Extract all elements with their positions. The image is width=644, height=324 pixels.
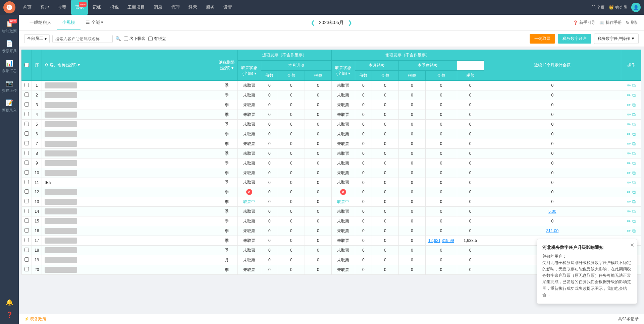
edit-icon[interactable]: ✏: [627, 209, 631, 214]
checkbox-has-tax-disk-input[interactable]: [148, 37, 153, 41]
digital-account-button[interactable]: 税务数字账户: [558, 34, 591, 44]
notification-close-button[interactable]: ✕: [630, 242, 634, 248]
copy-icon[interactable]: ⧉: [632, 151, 636, 156]
select-all-checkbox[interactable]: [24, 63, 29, 67]
sidebar-item-invoice-summary[interactable]: 📊 票据汇总: [1, 57, 18, 76]
nav-service[interactable]: 服务: [202, 0, 219, 15]
nav-manage[interactable]: 管理: [167, 0, 184, 15]
checkbox-has-tax-disk[interactable]: 有税盘: [148, 36, 166, 42]
nav-fee[interactable]: 收费: [54, 0, 70, 15]
search-input[interactable]: [52, 35, 113, 43]
edit-icon[interactable]: ✏: [627, 199, 631, 204]
edit-icon[interactable]: ✏: [627, 228, 631, 234]
prev-month-arrow[interactable]: ❮: [311, 19, 315, 26]
copy-icon[interactable]: ⧉: [632, 199, 636, 205]
sidebar-item-invoice-entry[interactable]: 📝 票据录入: [1, 96, 18, 116]
row-checkbox[interactable]: [24, 151, 29, 155]
client-name-cell[interactable]: ██████████: [42, 216, 216, 226]
manual-link[interactable]: 📖 操作手册: [599, 20, 622, 25]
avatar[interactable]: 👤: [631, 3, 641, 12]
copy-icon[interactable]: ⧉: [632, 92, 636, 98]
client-name-cell[interactable]: tEa: [42, 178, 216, 187]
row-checkbox[interactable]: [24, 218, 29, 223]
sidebar-help-icon[interactable]: ❓: [6, 311, 13, 319]
row-checkbox[interactable]: [24, 180, 29, 184]
copy-icon[interactable]: ⧉: [632, 218, 636, 224]
tax-policy-link[interactable]: ⚡ 税务政策: [24, 316, 46, 322]
copy-icon[interactable]: ⧉: [632, 180, 636, 185]
row-checkbox[interactable]: [24, 170, 29, 175]
copy-icon[interactable]: ⧉: [632, 170, 636, 176]
row-checkbox[interactable]: [24, 209, 29, 213]
client-name-cell[interactable]: ██████████: [42, 129, 216, 139]
next-month-arrow[interactable]: ❯: [348, 19, 352, 26]
client-name-cell[interactable]: ██████████: [42, 110, 216, 120]
tab-general-taxpayer[interactable]: 一般纳税人: [24, 15, 57, 30]
last12-amount[interactable]: 5.00: [548, 209, 556, 214]
nav-bookkeeping[interactable]: 记账: [89, 0, 105, 15]
quarter-amount[interactable]: 12,621,319.99: [428, 238, 454, 243]
client-name-cell[interactable]: ██████████: [42, 226, 216, 236]
copy-icon[interactable]: ⧉: [632, 141, 636, 147]
row-checkbox[interactable]: [24, 267, 29, 271]
client-name-cell[interactable]: ██████████: [42, 236, 216, 246]
row-checkbox[interactable]: [24, 131, 29, 136]
th-in-status[interactable]: 取票状态(全部) ▾: [237, 61, 261, 81]
edit-icon[interactable]: ✏: [627, 160, 631, 166]
client-name-cell[interactable]: ██████████: [42, 158, 216, 168]
nav-message[interactable]: 消息: [150, 0, 166, 15]
edit-icon[interactable]: ✏: [627, 122, 631, 127]
copy-icon[interactable]: ⧉: [632, 228, 636, 234]
copy-icon[interactable]: ⧉: [632, 122, 636, 127]
fullscreen-button[interactable]: ⛶ 全屏: [591, 5, 605, 10]
row-checkbox[interactable]: [24, 112, 29, 116]
client-name-cell[interactable]: ██████████: [42, 100, 216, 110]
row-checkbox[interactable]: [24, 160, 29, 165]
row-checkbox[interactable]: [24, 141, 29, 145]
copy-icon[interactable]: ⧉: [632, 112, 636, 118]
row-checkbox[interactable]: [24, 102, 29, 107]
logo[interactable]: [3, 1, 15, 13]
nav-home[interactable]: 首页: [19, 0, 36, 15]
edit-icon[interactable]: ✏: [627, 218, 631, 224]
client-name-cell[interactable]: ██████████: [42, 139, 216, 149]
copy-icon[interactable]: ⧉: [632, 160, 636, 166]
client-name-cell[interactable]: ██████████: [42, 265, 216, 275]
nav-client[interactable]: 客户: [36, 0, 53, 15]
edit-icon[interactable]: ✏: [627, 92, 631, 98]
client-name-cell[interactable]: ██████████: [42, 255, 216, 265]
member-button[interactable]: 👑 购会员: [609, 5, 627, 10]
client-name-cell[interactable]: ██████████: [42, 246, 216, 255]
edit-icon[interactable]: ✏: [627, 170, 631, 176]
client-name-cell[interactable]: ██████████: [42, 207, 216, 216]
sidebar-item-invoice-open[interactable]: 📄 发票开具: [1, 37, 18, 56]
refresh-button[interactable]: ↻ 刷新: [626, 20, 639, 25]
edit-icon[interactable]: ✏: [627, 83, 631, 88]
client-name-cell[interactable]: ██████████: [42, 120, 216, 129]
row-checkbox[interactable]: [24, 83, 29, 87]
nav-settings[interactable]: 设置: [219, 0, 236, 15]
edit-icon[interactable]: ✏: [627, 102, 631, 108]
client-name-cell[interactable]: ██████████: [42, 187, 216, 197]
row-checkbox[interactable]: [24, 122, 29, 126]
row-checkbox[interactable]: [24, 199, 29, 203]
sidebar-bell-icon[interactable]: 🔔: [6, 299, 13, 306]
edit-icon[interactable]: ✏: [627, 131, 631, 137]
copy-icon[interactable]: ⧉: [632, 83, 636, 88]
row-checkbox[interactable]: [24, 248, 29, 252]
edit-icon[interactable]: ✏: [627, 189, 631, 195]
last12-amount[interactable]: 311.00: [546, 229, 558, 233]
nav-business[interactable]: 工商项目: [123, 0, 149, 15]
row-checkbox[interactable]: [24, 238, 29, 242]
checkbox-my-accounts-input[interactable]: [124, 37, 128, 41]
search-button[interactable]: 🔍: [115, 36, 121, 41]
copy-icon[interactable]: ⧉: [632, 209, 636, 214]
new-guide-link[interactable]: ❓ 新手引导: [573, 20, 595, 25]
edit-icon[interactable]: ✏: [627, 180, 631, 185]
client-name-cell[interactable]: ██████████: [42, 197, 216, 207]
sidebar-item-smart-invoice[interactable]: 📋 智能取票 new: [1, 17, 18, 37]
copy-icon[interactable]: ⧉: [632, 102, 636, 108]
tab-all[interactable]: ☰ 全能 ▾: [80, 15, 109, 30]
client-name-cell[interactable]: ██████████: [42, 90, 216, 100]
edit-icon[interactable]: ✏: [627, 112, 631, 117]
